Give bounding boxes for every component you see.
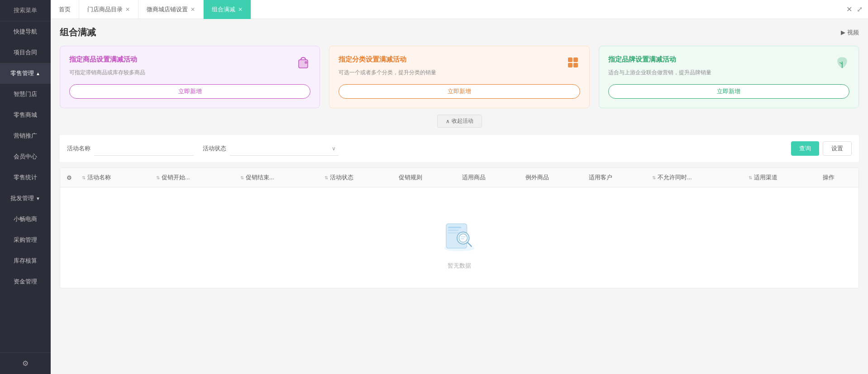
svg-rect-1 [299,60,308,68]
close-window-button[interactable]: ✕ [846,5,852,14]
activity-status-select-wrapper: ∨ [230,141,339,156]
card-brand-add-button[interactable]: 立即新增 [608,84,849,99]
tab-home[interactable]: 首页 [51,0,79,19]
sidebar-item-label: 零售统计 [14,174,37,181]
col-applicable-goods-label: 适用商品 [462,174,486,181]
gear-icon: ⚙ [22,360,29,367]
col-operations-label: 操作 [823,174,835,181]
tab-home-label: 首页 [59,5,71,14]
bag-icon [296,55,310,73]
sidebar-item-retail-management[interactable]: 零售管理 ▲ [0,63,51,84]
sidebar-item-label: 智慧门店 [14,91,37,97]
svg-rect-4 [573,58,578,62]
col-promo-rules: 促销规则 [395,168,458,187]
page-header: 组合满减 ▶ 视频 [60,26,859,38]
card-brand-title: 指定品牌设置满减活动 [608,55,849,64]
collapse-activities-button[interactable]: ∧ 收起活动 [437,115,482,128]
sidebar-item-label: 小畅电商 [14,216,37,222]
sidebar-item-fund-mgmt[interactable]: 资金管理 [0,271,51,292]
filter-activity-status: 活动状态 ∨ [203,141,339,156]
sidebar-item-smart-store[interactable]: 智慧门店 [0,84,51,105]
video-link-label: 视频 [847,29,859,37]
sidebar-item-wholesale-mgmt[interactable]: 批发管理 ▼ [0,188,51,209]
col-promo-start[interactable]: ⇅ 促销开始... [153,168,237,187]
chevron-up-icon: ▲ [36,71,40,76]
card-product-add-button[interactable]: 立即新增 [69,84,310,99]
video-link[interactable]: ▶ 视频 [841,29,859,37]
settings-icon: ⚙ [67,174,72,181]
sidebar-item-label: 资金管理 [14,278,37,285]
query-button[interactable]: 查询 [791,141,819,156]
card-category-add-button[interactable]: 立即新增 [339,84,580,99]
empty-text: 暂无数据 [448,262,471,270]
col-promo-start-label: 促销开始... [162,174,190,181]
col-activity-name[interactable]: ⇅ 活动名称 [78,168,153,187]
svg-line-14 [467,243,471,246]
sort-icon: ⇅ [240,175,244,180]
sidebar-item-retail-mall[interactable]: 零售商城 [0,105,51,125]
chevron-up-icon: ∧ [446,118,450,125]
col-exception-goods-label: 例外商品 [525,174,549,181]
activity-status-select[interactable] [230,141,339,156]
col-promo-end[interactable]: ⇅ 促销结束... [237,168,321,187]
grid-icon [566,55,580,73]
sidebar-item-label: 项目合同 [14,49,37,56]
tab-combo-discount-close[interactable]: ✕ [238,7,243,12]
tab-wechat-store-settings-label: 微商城店铺设置 [147,5,188,14]
setting-button[interactable]: 设置 [823,141,852,156]
filter-activity-name: 活动名称 [67,141,194,156]
card-category: 指定分类设置满减活动 可选一个或者多个分类，提升分类的销量 立即新增 [329,46,589,108]
svg-point-2 [305,61,307,64]
col-applicable-channel[interactable]: ⇅ 适用渠道 [745,168,819,187]
sort-icon: ⇅ [652,175,656,180]
sidebar-item-quick-nav[interactable]: 快捷导航 [0,21,51,42]
sidebar-item-label: 营销推广 [14,132,37,139]
page-title: 组合满减 [60,26,96,38]
sidebar-item-label: 批发管理 [10,194,34,202]
tab-wechat-store-settings-close[interactable]: ✕ [191,7,195,12]
col-applicable-channel-label: 适用渠道 [754,174,777,181]
card-brand: 指定品牌设置满减活动 适合与上游企业联合做营销，提升品牌销量 立即新增 [599,46,859,108]
sidebar-item-label: 零售管理 [10,69,34,77]
tab-combo-discount[interactable]: 组合满减 ✕ [204,0,251,19]
tab-store-product-catalog-label: 门店商品目录 [87,5,123,14]
cards-row: 指定商品设置满减活动 可指定滞销商品或库存较多商品 立即新增 指定分类设置满减活… [60,46,859,108]
tab-store-product-catalog[interactable]: 门店商品目录 ✕ [79,0,138,19]
svg-rect-9 [448,227,461,228]
sort-icon: ⇅ [82,175,86,180]
sidebar-item-retail-stats[interactable]: 零售统计 [0,167,51,188]
sidebar-item-inventory-check[interactable]: 库存核算 [0,250,51,271]
filter-row: 活动名称 活动状态 ∨ 查询 设置 [60,135,859,162]
card-product: 指定商品设置满减活动 可指定滞销商品或库存较多商品 立即新增 [60,46,320,108]
col-activity-name-label: 活动名称 [87,174,111,181]
tab-store-product-catalog-close[interactable]: ✕ [125,7,130,12]
sidebar-item-marketing[interactable]: 营销推广 [0,125,51,146]
svg-rect-5 [568,63,572,67]
empty-state: 暂无数据 [60,187,858,288]
collapse-btn-label: 收起活动 [452,117,473,125]
sidebar-item-project-contract[interactable]: 项目合同 [0,42,51,63]
filter-activity-status-label: 活动状态 [203,144,226,153]
sidebar-item-xiaochang-ecommerce[interactable]: 小畅电商 [0,209,51,230]
tab-wechat-store-settings[interactable]: 微商城店铺设置 ✕ [138,0,204,19]
filter-activity-name-label: 活动名称 [67,144,91,153]
sidebar-item-purchase-mgmt[interactable]: 采购管理 [0,230,51,250]
empty-illustration [437,215,482,255]
filter-actions: 查询 设置 [791,141,852,156]
sidebar-item-label: 库存核算 [14,257,37,264]
activity-name-input[interactable] [94,141,194,156]
main-area: 首页 门店商品目录 ✕ 微商城店铺设置 ✕ 组合满减 ✕ ✕ ⤢ 组合满减 ▶ … [51,0,868,374]
table-container: ⚙ ⇅ 活动名称 ⇅ 促销开始... ⇅ 促销结束... [60,168,859,288]
col-no-simultaneous[interactable]: ⇅ 不允许同时... [649,168,745,187]
col-settings[interactable]: ⚙ [60,168,78,187]
sidebar: 搜索菜单 快捷导航 项目合同 零售管理 ▲ 智慧门店 零售商城 营销推广 会员中… [0,0,51,374]
sidebar-item-member-center[interactable]: 会员中心 [0,146,51,167]
page-content: 组合满减 ▶ 视频 指定商品设置满减活动 可指定滞销商品或库存 [51,19,868,374]
card-brand-desc: 适合与上游企业联合做营销，提升品牌销量 [608,68,849,77]
sidebar-settings[interactable]: ⚙ [0,352,51,374]
sidebar-search[interactable]: 搜索菜单 [0,0,51,21]
maximize-window-button[interactable]: ⤢ [857,5,863,14]
col-applicable-customers: 适用客户 [585,168,649,187]
activity-table: ⚙ ⇅ 活动名称 ⇅ 促销开始... ⇅ 促销结束... [60,168,858,288]
col-activity-status[interactable]: ⇅ 活动状态 [321,168,395,187]
